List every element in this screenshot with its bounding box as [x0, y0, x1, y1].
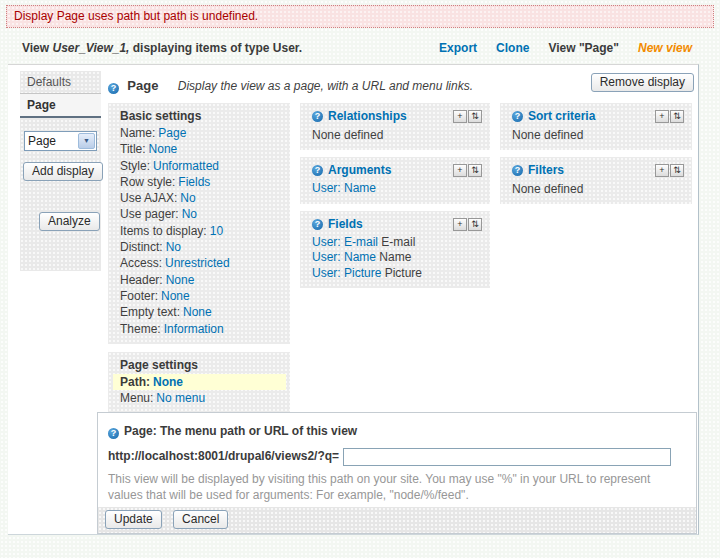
clone-link[interactable]: Clone	[496, 41, 529, 55]
filters-empty: None defined	[512, 181, 684, 197]
relationships-ops: + ⇅	[453, 110, 482, 123]
sort-criteria-box: ? Sort criteria + ⇅ None defined	[500, 103, 692, 150]
analyze-button[interactable]: Analyze	[39, 212, 100, 231]
error-message: Display Page uses path but path is undef…	[6, 5, 714, 28]
views-admin-screen: Display Page uses path but path is undef…	[0, 0, 720, 558]
help-icon[interactable]: ?	[512, 165, 523, 176]
setting-row-access: Access:Unrestricted	[120, 255, 282, 271]
relationships-header: ? Relationships + ⇅	[312, 108, 482, 125]
rearrange-icon[interactable]: ⇅	[670, 164, 684, 177]
basic-settings-title: Basic settings	[120, 108, 282, 125]
help-icon[interactable]: ?	[108, 428, 119, 439]
setting-row-empty-text: Empty text:None	[120, 304, 282, 320]
remove-display-button[interactable]: Remove display	[591, 73, 694, 92]
setting-label: Footer:	[120, 289, 158, 303]
argument-item: User: Name	[312, 181, 482, 197]
help-icon[interactable]: ?	[108, 83, 119, 94]
update-button[interactable]: Update	[105, 510, 162, 529]
path-label: Path:	[120, 375, 150, 389]
field-link[interactable]: User: Name	[312, 250, 376, 264]
setting-link[interactable]: None	[183, 305, 212, 319]
arguments-title-link[interactable]: Arguments	[328, 162, 391, 179]
help-icon[interactable]: ?	[312, 219, 323, 230]
display-header: ? Page Display the view as a page, with …	[101, 65, 698, 101]
arguments-header: ? Arguments + ⇅	[312, 162, 482, 179]
help-icon[interactable]: ?	[312, 111, 323, 122]
relationships-empty: None defined	[312, 127, 482, 143]
view-title: View User_View_1, displaying items of ty…	[22, 41, 302, 55]
add-icon[interactable]: +	[453, 164, 467, 177]
new-view-link[interactable]: New view	[638, 41, 692, 55]
page-settings-title: Page settings	[120, 357, 282, 374]
rearrange-icon[interactable]: ⇅	[468, 110, 482, 123]
rearrange-icon[interactable]: ⇅	[468, 218, 482, 231]
relationships-title-link[interactable]: Relationships	[328, 108, 407, 125]
setting-label: Header:	[120, 273, 163, 287]
fields-title-link[interactable]: Fields	[328, 216, 363, 233]
fields-box: ? Fields + ⇅ User: E-mail E-mail User: N…	[300, 211, 490, 289]
setting-label: Row style:	[120, 175, 175, 189]
setting-link[interactable]: No	[180, 191, 195, 205]
chevron-down-icon: ▼	[78, 133, 95, 149]
setting-row-path: Path:None	[113, 374, 286, 390]
display-description: Display the view as a page, with a URL a…	[178, 79, 473, 93]
field-label: Name	[376, 250, 411, 264]
setting-link[interactable]: Page	[158, 126, 186, 140]
add-icon[interactable]: +	[453, 218, 467, 231]
add-icon[interactable]: +	[655, 164, 669, 177]
setting-link[interactable]: Fields	[178, 175, 210, 189]
add-icon[interactable]: +	[655, 110, 669, 123]
setting-link[interactable]: No	[166, 240, 181, 254]
display-type-select-value: Page	[28, 134, 56, 148]
column-basic-settings: Basic settings Name:Page Title:None Styl…	[108, 103, 290, 420]
setting-row-footer: Footer:None	[120, 288, 282, 304]
view-page-link[interactable]: View "Page"	[548, 41, 619, 55]
setting-link[interactable]: Information	[164, 322, 224, 336]
path-input[interactable]	[343, 448, 671, 466]
sort-criteria-title-link[interactable]: Sort criteria	[528, 108, 595, 125]
setting-link[interactable]: Unformatted	[153, 159, 219, 173]
setting-label: Use AJAX:	[120, 191, 177, 205]
arguments-box: ? Arguments + ⇅ User: Name	[300, 157, 490, 204]
path-link[interactable]: None	[153, 375, 183, 389]
field-link[interactable]: User: Picture	[312, 266, 381, 280]
setting-row-header: Header:None	[120, 272, 282, 288]
setting-link[interactable]: No	[182, 207, 197, 221]
tab-page[interactable]: Page	[20, 94, 101, 118]
url-prefix-label: http://localhost:8001/drupal6/views2/?q=	[108, 449, 339, 463]
setting-label: Distinct:	[120, 240, 163, 254]
view-title-prefix: View	[22, 41, 49, 55]
setting-label: Title:	[120, 142, 146, 156]
cancel-button[interactable]: Cancel	[173, 510, 228, 529]
export-link[interactable]: Export	[439, 41, 477, 55]
setting-label: Name:	[120, 126, 155, 140]
setting-link[interactable]: Unrestricted	[165, 256, 230, 270]
view-name: User_View_1,	[52, 41, 129, 55]
setting-row-theme: Theme:Information	[120, 321, 282, 337]
views-edit-container: Defaults Page Page ▼ Add display Analyze…	[8, 64, 699, 535]
setting-row-style: Style:Unformatted	[120, 158, 282, 174]
basic-settings-box: Basic settings Name:Page Title:None Styl…	[108, 103, 290, 344]
fields-ops: + ⇅	[453, 218, 482, 231]
view-header-links: Export Clone View "Page" New view	[439, 41, 692, 55]
add-icon[interactable]: +	[453, 110, 467, 123]
help-icon[interactable]: ?	[512, 111, 523, 122]
setting-link[interactable]: 10	[210, 224, 223, 238]
setting-link[interactable]: None	[161, 289, 190, 303]
field-link[interactable]: User: E-mail	[312, 235, 378, 249]
field-item: User: Name Name	[312, 250, 482, 266]
setting-link[interactable]: None	[166, 273, 195, 287]
tab-defaults[interactable]: Defaults	[20, 71, 101, 94]
field-item: User: Picture Picture	[312, 266, 482, 282]
menu-link[interactable]: No menu	[156, 391, 205, 405]
add-display-button[interactable]: Add display	[23, 162, 103, 181]
setting-link[interactable]: None	[149, 142, 178, 156]
relationships-box: ? Relationships + ⇅ None defined	[300, 103, 490, 150]
form-actions-bar: Update Cancel	[98, 507, 696, 533]
display-type-select[interactable]: Page ▼	[24, 131, 97, 151]
argument-link[interactable]: User: Name	[312, 181, 376, 195]
rearrange-icon[interactable]: ⇅	[468, 164, 482, 177]
filters-title-link[interactable]: Filters	[528, 162, 564, 179]
help-icon[interactable]: ?	[312, 165, 323, 176]
rearrange-icon[interactable]: ⇅	[670, 110, 684, 123]
